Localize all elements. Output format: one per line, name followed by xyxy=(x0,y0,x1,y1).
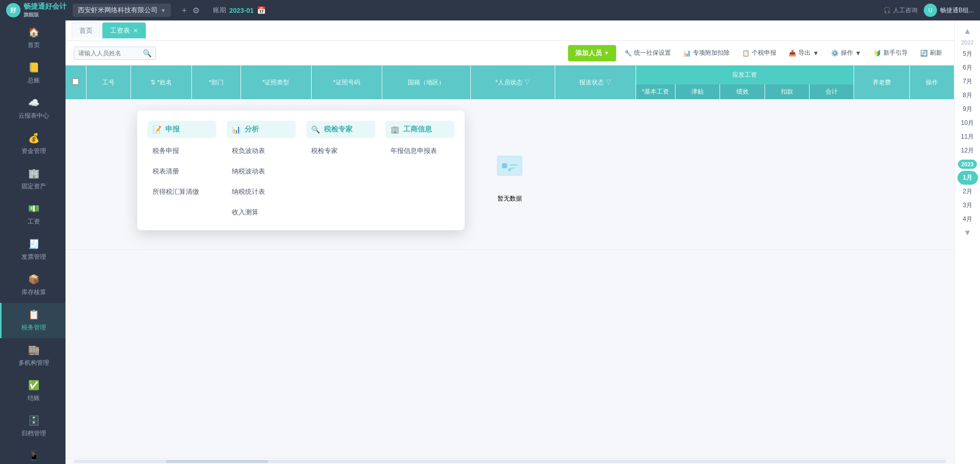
add-employee-button[interactable]: 添加人员 ▼ xyxy=(568,45,616,61)
month-item-7[interactable]: 7月 xyxy=(957,75,978,89)
social-security-icon: 🔧 xyxy=(624,50,632,57)
sidebar-label-fund: 资金管理 xyxy=(21,147,46,156)
special-deduction-icon: 📊 xyxy=(683,50,691,57)
sidebar-item-mini-sales[interactable]: 📱 小畅报销 xyxy=(0,444,66,464)
month-item-12[interactable]: 12月 xyxy=(957,144,978,158)
refresh-button[interactable]: 🔄 刷新 xyxy=(916,46,946,60)
col-deduction: 扣款 xyxy=(765,84,809,99)
export-button[interactable]: 📤 导出 ▼ xyxy=(785,46,823,60)
svg-point-5 xyxy=(508,168,511,171)
month-item-5[interactable]: 5月 xyxy=(957,47,978,61)
col-group-salary: 应发工资 xyxy=(636,65,854,84)
tab-home-label: 首页 xyxy=(79,26,93,35)
col-checkbox[interactable] xyxy=(66,65,86,99)
month-item-8[interactable]: 8月 xyxy=(957,89,978,102)
menu-item-tax-expert[interactable]: 税检专家 xyxy=(306,143,375,159)
month-item-9[interactable]: 9月 xyxy=(957,102,978,116)
top-bar-actions: ＋ ⚙ xyxy=(180,5,200,16)
add-company-icon[interactable]: ＋ xyxy=(180,5,188,16)
sidebar-item-multi-org[interactable]: 🏬 多机构管理 xyxy=(0,338,66,373)
sort-icon: ⇅ xyxy=(150,79,156,86)
settings-icon[interactable]: ⚙ xyxy=(192,6,200,15)
dropdown-col-analysis: 📊 分析 税负波动表 纳税波动表 纳税统计表 收入测算 xyxy=(227,121,296,220)
period-value: 2023-01 xyxy=(229,7,254,14)
scroll-thumb[interactable] xyxy=(166,460,268,463)
dropdown-header-business-info: 🏢 工商信息 xyxy=(385,121,454,138)
month-item-6[interactable]: 6月 xyxy=(957,61,978,75)
month-item-3[interactable]: 3月 xyxy=(957,198,978,212)
menu-item-income-estimate[interactable]: 收入测算 xyxy=(227,205,296,220)
user-info[interactable]: U 畅捷通B组... xyxy=(924,4,974,17)
main-layout: 🏠 首页 📒 总账 ☁️ 云报表中心 💰 资金管理 🏢 固定资产 💵 工资 🧾 … xyxy=(0,20,980,464)
personal-tax-button[interactable]: 📋 个税申报 xyxy=(738,46,780,60)
company-name: 西安虾米网络科技有限公司 xyxy=(78,6,158,15)
new-guide-button[interactable]: 🔰 新手引导 xyxy=(869,46,912,60)
sidebar-item-general-ledger[interactable]: 📒 总账 xyxy=(0,56,66,91)
date-panel-up-icon[interactable]: ▲ xyxy=(962,25,974,38)
sidebar-item-tax[interactable]: 📋 税务管理 xyxy=(0,303,66,338)
top-bar: 好 畅捷通好会计 旗舰版 西安虾米网络科技有限公司 ▼ ＋ ⚙ 账期 2023-… xyxy=(0,0,980,20)
app-name: 畅捷通好会计 xyxy=(24,2,67,11)
help-button[interactable]: 🎧 人工咨询 xyxy=(883,6,918,15)
menu-item-tax-form[interactable]: 税表清册 xyxy=(147,164,216,179)
company-selector[interactable]: 西安虾米网络科技有限公司 ▼ xyxy=(73,4,171,17)
sidebar-item-fund[interactable]: 💰 资金管理 xyxy=(0,126,66,162)
report-filter-icon[interactable]: ▽ xyxy=(605,79,612,86)
select-all-checkbox[interactable] xyxy=(72,78,79,85)
search-box[interactable]: 🔍 xyxy=(74,47,156,60)
add-employee-label: 添加人员 xyxy=(575,49,602,58)
user-avatar: U xyxy=(924,4,937,17)
search-input[interactable] xyxy=(78,50,140,57)
operation-chevron-icon: ▼ xyxy=(855,50,861,57)
operation-button[interactable]: ⚙️ 操作 ▼ xyxy=(827,46,865,60)
tab-close-icon[interactable]: ✕ xyxy=(133,27,138,34)
sidebar-item-fixed-assets[interactable]: 🏢 固定资产 xyxy=(0,162,66,197)
sidebar-label-fixed-assets: 固定资产 xyxy=(21,182,46,191)
logo-icon: 好 xyxy=(6,3,20,17)
sidebar-item-salary[interactable]: 💵 工资 xyxy=(0,197,66,232)
sidebar-label-home: 首页 xyxy=(28,41,40,50)
dropdown-col-business-info: 🏢 工商信息 年报信息申报表 xyxy=(385,121,454,220)
export-label: 导出 xyxy=(798,49,811,57)
guide-icon: 🔰 xyxy=(874,50,881,57)
menu-item-tax-stats[interactable]: 纳税统计表 xyxy=(227,184,296,200)
menu-item-tax-burden[interactable]: 税负波动表 xyxy=(227,143,296,159)
search-icon: 🔍 xyxy=(143,49,151,57)
tab-salary-label: 工资表 xyxy=(110,26,130,35)
month-item-4[interactable]: 4月 xyxy=(957,212,978,226)
tab-salary[interactable]: 工资表 ✕ xyxy=(102,23,146,38)
month-item-10[interactable]: 10月 xyxy=(957,116,978,130)
scroll-bar-area xyxy=(66,458,954,464)
export-icon: 📤 xyxy=(789,50,796,57)
new-guide-label: 新手引导 xyxy=(883,49,908,57)
status-filter-icon[interactable]: ▽ xyxy=(524,79,530,86)
multi-org-icon: 🏬 xyxy=(28,344,39,356)
menu-item-tax-wave[interactable]: 纳税波动表 xyxy=(227,164,296,179)
special-deduction-label: 专项附加扣除 xyxy=(693,49,730,57)
tax-icon: 📋 xyxy=(28,309,39,320)
special-deduction-button[interactable]: 📊 专项附加扣除 xyxy=(679,46,734,60)
sidebar-item-home[interactable]: 🏠 首页 xyxy=(0,20,66,56)
month-item-2[interactable]: 2月 xyxy=(957,185,978,198)
sidebar-item-cloud-report[interactable]: ☁️ 云报表中心 xyxy=(0,91,66,126)
sidebar-item-period-end[interactable]: ✅ 结账 xyxy=(0,373,66,409)
sidebar-item-archive[interactable]: 🗄️ 归档管理 xyxy=(0,409,66,444)
menu-item-annual-report[interactable]: 年报信息申报表 xyxy=(385,143,454,159)
tab-home[interactable]: 首页 xyxy=(72,23,100,38)
export-chevron-icon: ▼ xyxy=(813,50,819,57)
operation-icon: ⚙️ xyxy=(831,50,839,57)
menu-item-income-tax[interactable]: 所得税汇算清缴 xyxy=(147,184,216,200)
menu-item-tax-declaration[interactable]: 税务申报 xyxy=(147,143,216,159)
scroll-track xyxy=(74,460,946,463)
social-security-button[interactable]: 🔧 统一社保设置 xyxy=(620,46,675,60)
date-panel-down-icon[interactable]: ▼ xyxy=(962,226,974,239)
dropdown-col-declaration: 📝 申报 税务申报 税表清册 所得税汇算清缴 xyxy=(147,121,216,220)
current-year-label: 2023 xyxy=(958,160,976,169)
month-item-1-active[interactable]: 1月 xyxy=(957,171,978,185)
svg-rect-3 xyxy=(510,164,517,166)
month-item-11[interactable]: 11月 xyxy=(957,130,978,144)
sidebar-item-inventory[interactable]: 📦 库存核算 xyxy=(0,268,66,303)
calendar-icon[interactable]: 📅 xyxy=(257,6,266,14)
col-total: 合计 xyxy=(809,84,854,99)
sidebar-item-invoice[interactable]: 🧾 发票管理 xyxy=(0,232,66,268)
